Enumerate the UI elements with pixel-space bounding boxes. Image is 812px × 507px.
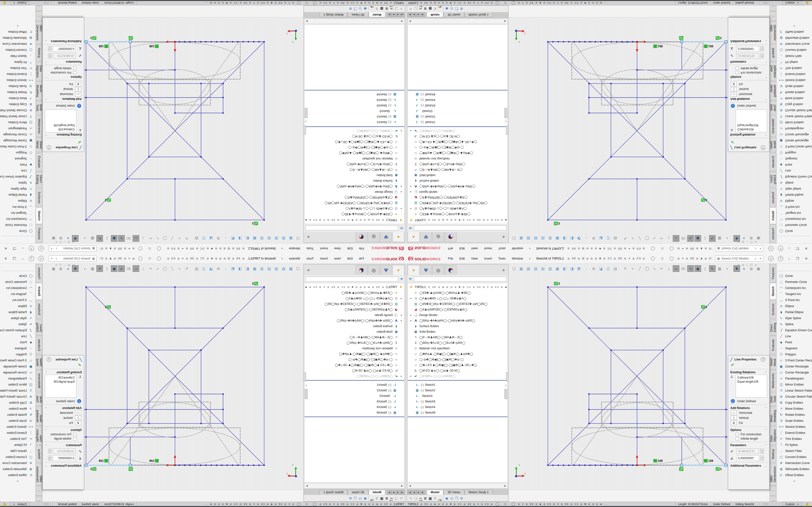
toolbar-icon[interactable]: ◑ (82, 265, 89, 272)
toolbar-circle-icon[interactable] (651, 247, 655, 250)
command-tab[interactable]: Evaluate (770, 336, 776, 354)
doc-window-control[interactable]: ⊡ (72, 240, 74, 243)
doc-window-control[interactable]: – (64, 240, 65, 243)
tool-item[interactable]: Mirror Entities (0, 119, 35, 125)
command-tab[interactable]: ⋮ (770, 486, 776, 496)
tool-item[interactable]: Linear Sketch Pattern (0, 388, 35, 394)
checkbox[interactable] (73, 433, 77, 436)
footer-tool-icon[interactable]: ≣ (385, 7, 388, 11)
help-icon[interactable]: ? (29, 246, 34, 251)
toolbar-icon[interactable] (731, 265, 733, 272)
sketch-note-icon[interactable]: ✍ (806, 1, 809, 5)
tool-item[interactable]: Ellipse (777, 303, 812, 309)
doc-window-control[interactable]: ⊡ (738, 240, 740, 243)
toolbar-icon[interactable]: ◉ (695, 235, 701, 242)
command-tab[interactable]: Data Migration (770, 62, 776, 81)
tree-row[interactable]: ◯ƧƎИΛ∪·◯◦◯·∪ΛИƎƧ◯ (305, 128, 404, 134)
document-tab[interactable]: Model (427, 490, 443, 495)
command-tab[interactable]: Direct Editing (36, 172, 42, 187)
tree-row[interactable]: ◯✤И◎♟·◯Ж◉[◯◦◯]◉Ж◯·♟◎И✤◯ (305, 151, 404, 156)
tool-item[interactable]: Circle (777, 228, 812, 234)
tab-nav-button[interactable]: ◀ (412, 12, 416, 17)
toolbar-icon[interactable]: ◪ (598, 265, 604, 272)
unit-system-selector[interactable]: Custom▲ (782, 502, 802, 506)
tool-item[interactable]: Center Rectangle (777, 137, 812, 144)
command-tab[interactable]: Mold Tools (770, 101, 776, 115)
tool-item[interactable]: Trim Entities (777, 65, 812, 71)
toolbar-icon[interactable] (79, 235, 81, 242)
tool-item[interactable]: Segment (777, 345, 812, 351)
account-icon[interactable]: ☺ (39, 246, 44, 251)
tab-nav-button[interactable]: ▶| (387, 12, 391, 17)
tool-item[interactable]: Spline (0, 321, 35, 327)
angle-input[interactable]: 0.00000000° (737, 46, 759, 52)
manager-tab[interactable] (420, 265, 432, 275)
relation-item[interactable]: Collinear108 (47, 127, 75, 131)
toolbar-icon[interactable]: ▧ (280, 265, 287, 272)
collapse-icon[interactable]: ⌃ (765, 429, 767, 432)
search-icon[interactable]: ⌕ (755, 247, 756, 250)
toolbar-icon[interactable]: ⧉ (591, 235, 597, 242)
toolbar-icon[interactable]: ◨ (569, 235, 575, 242)
tool-item[interactable]: Style Spline (0, 315, 35, 321)
tool-item[interactable]: Copy Entities (777, 101, 812, 107)
tree-row[interactable]: ◯✤И◎♟·◯Ж◉[◯◦◯]◉Ж◯·♟◎И✤◯ (408, 151, 507, 156)
tool-item[interactable]: Offset Entities (777, 29, 812, 35)
tool-item[interactable]: Perimeter Circle (0, 222, 35, 228)
relation-item[interactable]: Collinear108 (737, 127, 765, 131)
unit-system-selector[interactable]: Custom▲ (10, 502, 30, 506)
tool-item[interactable]: Mirror Entities (777, 119, 812, 125)
option-checkbox-row[interactable]: Infinite length (735, 67, 767, 70)
toolbar-icon[interactable]: ▩ (251, 235, 258, 242)
tool-item[interactable]: Trim Entities (0, 65, 35, 71)
account-icon[interactable]: ☺ (39, 256, 44, 261)
toolbar-icon[interactable]: ▯ (702, 265, 708, 272)
toolbar-icon[interactable]: ◧ (244, 265, 251, 272)
toolbar-icon[interactable]: ▯ (104, 265, 110, 272)
command-tab[interactable]: MBD Dimensions (36, 21, 42, 44)
tool-item[interactable]: Polygon (777, 150, 812, 156)
tree-row[interactable]: Solid Bodies (408, 173, 507, 178)
sketch-tree-row[interactable]: (-) Sketch1 (305, 119, 404, 125)
close-button[interactable]: ✕ (2, 247, 10, 250)
manager-tab[interactable] (445, 265, 457, 275)
menu-item[interactable]: Insert (481, 257, 495, 260)
command-tab[interactable]: MBD Dimensions (36, 463, 42, 486)
tool-item[interactable]: Convert Entities (0, 454, 35, 460)
ok-button[interactable]: ✔ (731, 139, 767, 145)
menu-item[interactable]: Edit (456, 247, 468, 250)
more-tools-chevron[interactable]: » (0, 24, 35, 27)
tool-item[interactable]: Circular Sketch Pattern (0, 394, 35, 400)
toolbar-icon[interactable]: ❏ (511, 265, 517, 272)
manager-tab[interactable] (368, 265, 379, 275)
command-tab[interactable]: ⋮ (36, 11, 42, 21)
toolbar-icon[interactable]: ▩ (554, 265, 561, 272)
tool-item[interactable]: Circle (0, 228, 35, 234)
quick-access-glyphs[interactable]: ◎ ✦ ◎ ƎE ◎ ♟ ◎ ƧS ◎ ✦ ◎ ƎE ◎ ƆC ◎ ✤ ◎ ◎ … (677, 257, 712, 260)
tree-row[interactable]: ◯ƧИ◎◦✤Λ∪Ǝ◯◦◯Ǝ∪Λ✤◦◎ИƧ◯ (305, 162, 404, 167)
sketch-tree-row[interactable]: (-) Sketch4 (408, 97, 507, 103)
doc-window-control[interactable]: ❐ (60, 240, 62, 243)
toolbar-icon[interactable]: ⊥ (140, 235, 146, 242)
footer-tool-icon[interactable]: ❒ (455, 496, 458, 500)
command-tab[interactable]: Sketch (36, 283, 42, 300)
tree-row[interactable]: ◯✤⊥ƧƆ◦♟◯Ж◉[◯◦◯]◉Ж◯♟◦ƆƧ⊥✤◯ (408, 362, 507, 368)
tool-item[interactable]: Convert Entities (0, 47, 35, 53)
tool-item[interactable]: 3 Point Center Recta... (0, 144, 35, 150)
toolbar-icon[interactable]: ▤ (266, 235, 272, 242)
tree-row[interactable]: ◯Ƨ·∩Ж♟AΜ◯◦◯ΜA♟Ж∩·Ƨ◯ (305, 167, 404, 173)
toolbar-icon[interactable]: ↖ (709, 235, 716, 242)
sketch-tree-row[interactable]: Sketch3 (408, 393, 507, 399)
menu-item[interactable]: View (468, 247, 481, 250)
collapse-icon[interactable]: ⌃ (45, 429, 47, 432)
collapse-icon[interactable]: ⌃ (45, 76, 47, 78)
tree-row[interactable]: ◯Ƨ♟◎ƧИПƎƧ◯◦◯ƧƎПИƧ◎♟Ƨ◯ (408, 195, 507, 201)
toolbar-icon[interactable] (191, 235, 193, 242)
toolbar-icon[interactable]: ⊥ (666, 235, 672, 242)
document-tab[interactable]: Motion Study 1 (465, 490, 493, 495)
length-input[interactable]: 10.88152731 (53, 53, 75, 59)
expand-arrow-icon[interactable] (410, 314, 412, 316)
footer-tool-icon[interactable]: ⇅ (434, 7, 437, 11)
command-tab[interactable]: Mesh Modeling (770, 81, 776, 101)
tree-scrollbar[interactable] (504, 108, 507, 118)
